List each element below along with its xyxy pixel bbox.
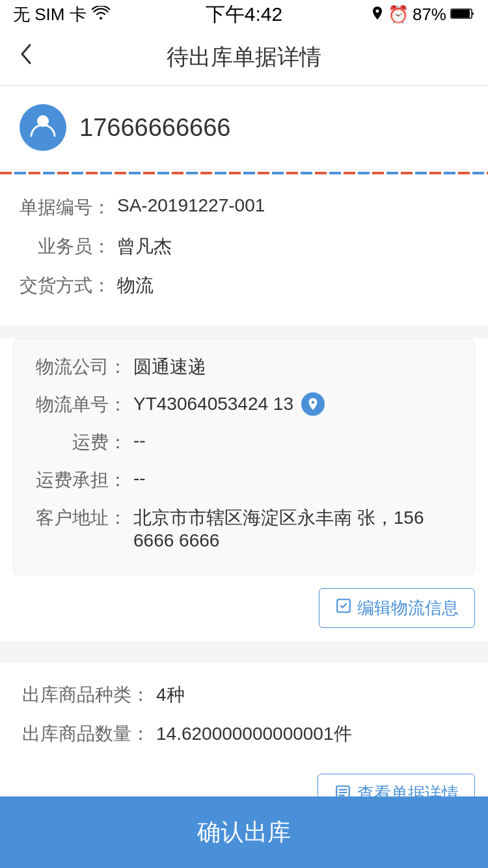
customer-phone: 17666666666 xyxy=(79,114,230,142)
company-label: 物流公司： xyxy=(29,355,127,379)
edit-icon xyxy=(335,597,352,619)
company-value: 圆通速递 xyxy=(133,355,459,379)
dashed-divider: /* rendered via inline pattern */ xyxy=(0,170,488,176)
order-info-section: 单据编号： SA-20191227-001 业务员： 曾凡杰 交货方式： 物流 xyxy=(0,176,488,325)
status-time: 下午4:42 xyxy=(206,1,282,28)
logistics-card: 物流公司： 圆通速递 物流单号： YT43064053424 13 运费： -- xyxy=(13,338,475,575)
confirm-button-label: 确认出库 xyxy=(197,817,291,848)
edit-btn-row: 编辑物流信息 xyxy=(0,588,488,641)
doc-no-value: SA-20191227-001 xyxy=(117,195,468,216)
edit-btn-label: 编辑物流信息 xyxy=(357,597,459,619)
freight-value: -- xyxy=(133,430,459,451)
goods-quantity-value: 14.620000000000001件 xyxy=(156,722,468,746)
doc-no-row: 单据编号： SA-20191227-001 xyxy=(20,195,468,220)
location-status-icon xyxy=(371,5,384,25)
user-icon xyxy=(29,111,57,145)
svg-rect-1 xyxy=(452,10,470,18)
goods-types-row: 出库商品种类： 4种 xyxy=(20,683,468,707)
address-row: 客户地址： 北京市市辖区海淀区永丰南 张，156 6666 6666 xyxy=(29,506,459,551)
content: 17666666666 /* rendered via inline patte… xyxy=(0,86,488,868)
freight-bear-value: -- xyxy=(133,468,459,489)
logistics-wrapper: 物流公司： 圆通速递 物流单号： YT43064053424 13 运费： -- xyxy=(0,338,488,641)
tracking-number: YT43064053424 13 xyxy=(133,394,293,414)
battery-label: 87% xyxy=(413,5,446,25)
page-title: 待出库单据详情 xyxy=(167,42,321,72)
edit-logistics-button[interactable]: 编辑物流信息 xyxy=(319,588,475,628)
battery-icon xyxy=(450,5,475,25)
company-row: 物流公司： 圆通速递 xyxy=(29,355,459,379)
freight-row: 运费： -- xyxy=(29,430,459,455)
doc-no-label: 单据编号： xyxy=(20,195,111,220)
delivery-label: 交货方式： xyxy=(20,273,111,298)
goods-section: 出库商品种类： 4种 出库商品数量： 14.620000000000001件 xyxy=(0,663,488,774)
confirm-bar[interactable]: 确认出库 xyxy=(0,796,488,868)
delivery-value: 物流 xyxy=(117,273,468,298)
tracking-row: 物流单号： YT43064053424 13 xyxy=(29,392,459,417)
address-label: 客户地址： xyxy=(29,506,127,530)
wifi-icon xyxy=(92,5,110,25)
status-bar: 无 SIM 卡 下午4:42 ⏰ 87% xyxy=(0,0,488,29)
customer-card: 17666666666 xyxy=(0,86,488,169)
freight-bear-label: 运费承担： xyxy=(29,468,127,493)
address-value: 北京市市辖区海淀区永丰南 张，156 6666 6666 xyxy=(133,506,459,551)
status-left: 无 SIM 卡 xyxy=(13,3,110,26)
goods-quantity-row: 出库商品数量： 14.620000000000001件 xyxy=(20,722,468,746)
status-right: ⏰ 87% xyxy=(371,5,475,25)
back-button[interactable] xyxy=(18,42,34,72)
goods-types-label: 出库商品种类： xyxy=(20,683,150,707)
avatar xyxy=(20,104,66,151)
salesperson-row: 业务员： 曾凡杰 xyxy=(20,234,468,259)
freight-bear-row: 运费承担： -- xyxy=(29,468,459,493)
alarm-status-icon: ⏰ xyxy=(388,5,409,25)
tracking-label: 物流单号： xyxy=(29,392,127,417)
freight-label: 运费： xyxy=(29,430,127,455)
carrier-label: 无 SIM 卡 xyxy=(13,3,87,26)
nav-bar: 待出库单据详情 xyxy=(0,29,488,86)
section-gap-1 xyxy=(0,641,488,650)
salesperson-label: 业务员： xyxy=(20,234,111,259)
goods-types-value: 4种 xyxy=(156,683,468,707)
goods-quantity-label: 出库商品数量： xyxy=(20,722,150,746)
salesperson-value: 曾凡杰 xyxy=(117,234,468,259)
location-track-button[interactable] xyxy=(301,392,325,416)
tracking-value-row: YT43064053424 13 xyxy=(133,392,459,416)
delivery-row: 交货方式： 物流 xyxy=(20,273,468,298)
